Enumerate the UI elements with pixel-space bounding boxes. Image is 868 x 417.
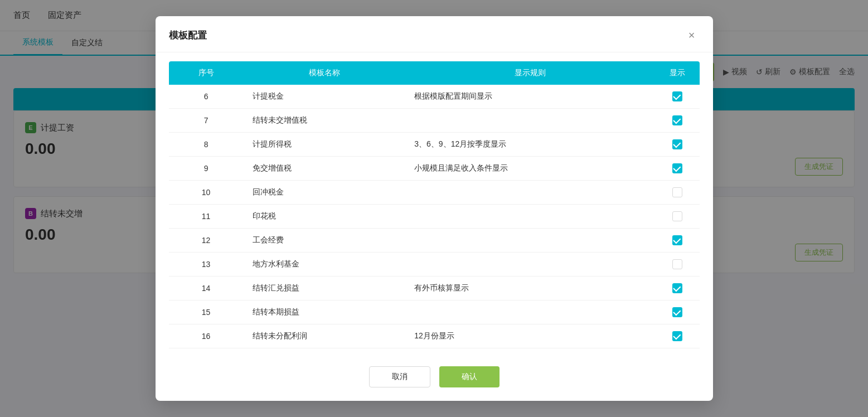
cell-checkbox xyxy=(655,85,700,109)
checkbox-unchecked[interactable] xyxy=(672,211,682,221)
confirm-button[interactable]: 确认 xyxy=(439,366,500,387)
cell-checkbox xyxy=(655,157,700,181)
config-table: 序号 模板名称 显示规则 显示 6计提税金根据模版配置期间显示7结转未交增值税8… xyxy=(169,61,700,348)
cell-no: 9 xyxy=(169,157,244,181)
cell-rule: 有外币核算显示 xyxy=(405,277,654,300)
dialog-close-button[interactable]: × xyxy=(684,27,700,43)
col-display: 显示 xyxy=(655,61,700,85)
cell-checkbox xyxy=(655,277,700,300)
cell-no: 7 xyxy=(169,109,244,133)
cell-checkbox xyxy=(655,181,700,205)
dialog-title: 模板配置 xyxy=(169,29,207,42)
cell-name: 结转未分配利润 xyxy=(244,324,406,348)
table-row: 12工会经费 xyxy=(169,229,700,253)
col-no: 序号 xyxy=(169,61,244,85)
cell-name: 计提所得税 xyxy=(244,133,406,157)
table-row: 10回冲税金 xyxy=(169,181,700,205)
table-row: 9免交增值税小规模且满足收入条件显示 xyxy=(169,157,700,181)
checkbox-unchecked[interactable] xyxy=(672,187,682,197)
cell-name: 结转本期损益 xyxy=(244,300,406,324)
cell-no: 13 xyxy=(169,253,244,277)
cell-rule xyxy=(405,109,654,133)
cell-no: 14 xyxy=(169,277,244,300)
checkbox-unchecked[interactable] xyxy=(672,259,682,269)
checkbox-checked[interactable] xyxy=(672,307,682,317)
modal-overlay: 模板配置 × 序号 模板名称 显示规则 显示 6计提税金根据模版配置期间显示7结… xyxy=(0,0,868,417)
template-config-dialog: 模板配置 × 序号 模板名称 显示规则 显示 6计提税金根据模版配置期间显示7结… xyxy=(156,16,713,401)
cell-checkbox xyxy=(655,229,700,253)
checkbox-checked[interactable] xyxy=(672,91,682,101)
table-row: 7结转未交增值税 xyxy=(169,109,700,133)
table-row: 15结转本期损益 xyxy=(169,300,700,324)
cell-checkbox xyxy=(655,324,700,348)
checkbox-checked[interactable] xyxy=(672,163,682,173)
checkbox-checked[interactable] xyxy=(672,139,682,149)
cell-name: 计提税金 xyxy=(244,85,406,109)
cell-name: 免交增值税 xyxy=(244,157,406,181)
cell-rule xyxy=(405,300,654,324)
cell-checkbox xyxy=(655,133,700,157)
cell-no: 6 xyxy=(169,85,244,109)
checkbox-checked[interactable] xyxy=(672,283,682,293)
cell-name: 地方水利基金 xyxy=(244,253,406,277)
checkbox-checked[interactable] xyxy=(672,115,682,125)
cell-no: 10 xyxy=(169,181,244,205)
cell-name: 工会经费 xyxy=(244,229,406,253)
cell-no: 16 xyxy=(169,324,244,348)
cell-name: 结转未交增值税 xyxy=(244,109,406,133)
cell-name: 回冲税金 xyxy=(244,181,406,205)
cell-rule: 根据模版配置期间显示 xyxy=(405,85,654,109)
cell-rule xyxy=(405,253,654,277)
checkbox-checked[interactable] xyxy=(672,331,682,341)
cell-checkbox xyxy=(655,253,700,277)
cell-no: 11 xyxy=(169,205,244,229)
checkbox-checked[interactable] xyxy=(672,235,682,245)
cell-rule xyxy=(405,229,654,253)
cell-no: 8 xyxy=(169,133,244,157)
cell-rule xyxy=(405,181,654,205)
cell-rule: 12月份显示 xyxy=(405,324,654,348)
cell-name: 印花税 xyxy=(244,205,406,229)
dialog-body: 序号 模板名称 显示规则 显示 6计提税金根据模版配置期间显示7结转未交增值税8… xyxy=(156,52,713,357)
cell-no: 12 xyxy=(169,229,244,253)
dialog-header: 模板配置 × xyxy=(156,16,713,52)
table-row: 14结转汇兑损益有外币核算显示 xyxy=(169,277,700,300)
table-header-row: 序号 模板名称 显示规则 显示 xyxy=(169,61,700,85)
table-row: 6计提税金根据模版配置期间显示 xyxy=(169,85,700,109)
table-row: 11印花税 xyxy=(169,205,700,229)
cell-rule xyxy=(405,205,654,229)
col-name: 模板名称 xyxy=(244,61,406,85)
cell-rule: 小规模且满足收入条件显示 xyxy=(405,157,654,181)
cell-checkbox xyxy=(655,109,700,133)
cell-checkbox xyxy=(655,300,700,324)
table-row: 8计提所得税3、6、9、12月按季度显示 xyxy=(169,133,700,157)
cell-rule: 3、6、9、12月按季度显示 xyxy=(405,133,654,157)
col-rule: 显示规则 xyxy=(405,61,654,85)
cancel-button[interactable]: 取消 xyxy=(369,366,430,387)
dialog-footer: 取消 确认 xyxy=(156,357,713,401)
cell-name: 结转汇兑损益 xyxy=(244,277,406,300)
cell-checkbox xyxy=(655,205,700,229)
table-row: 16结转未分配利润12月份显示 xyxy=(169,324,700,348)
table-row: 13地方水利基金 xyxy=(169,253,700,277)
cell-no: 15 xyxy=(169,300,244,324)
